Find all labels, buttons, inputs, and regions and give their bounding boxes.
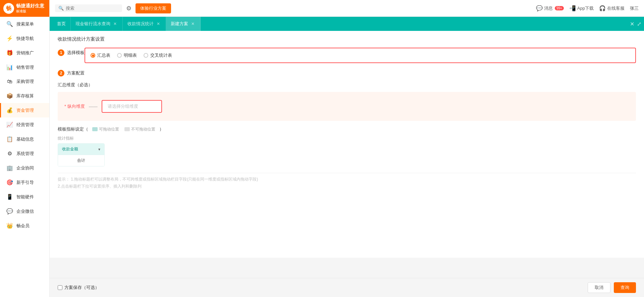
logo-name: 畅捷通好生意	[16, 3, 44, 9]
inventory-icon: 📦	[6, 93, 13, 99]
save-checkbox[interactable]	[58, 285, 62, 290]
tab-new-plan[interactable]: 新建方案 ✕	[166, 17, 201, 31]
wechat-icon: 💬	[6, 208, 13, 214]
sidebar-item-system[interactable]: ⚙ 系统管理	[0, 146, 49, 161]
sidebar-item-search-menu[interactable]: 🔍 搜索菜单	[0, 17, 49, 31]
sidebar-label-enterprise: 企业协同	[16, 165, 34, 171]
legend-draggable-label: 可拖动位置	[99, 127, 119, 132]
dimension-selector[interactable]: 请选择分组维度	[102, 100, 162, 113]
member-icon: 👑	[6, 222, 13, 229]
radio-detail-circle	[117, 53, 122, 58]
dimension-arrow: ——	[89, 104, 98, 109]
guide-icon: 🎯	[6, 179, 13, 186]
section2-title: 方案配置	[67, 70, 85, 76]
page-title: 收款情况统计方案设置	[58, 36, 636, 42]
tab-cashflow-close[interactable]: ✕	[112, 21, 118, 27]
tab-home-label: 首页	[57, 21, 66, 27]
tab-new-plan-close[interactable]: ✕	[190, 21, 196, 27]
legend-non-draggable: 不可拖动位置	[124, 127, 155, 132]
sidebar-item-guide[interactable]: 🎯 新手引导	[0, 175, 49, 190]
sidebar-label-operation: 经营管理	[16, 122, 34, 128]
tabbar: 首页 现金银行流水查询 ✕ 收款情况统计 ✕ 新建方案 ✕ ✕ ⤢	[50, 17, 644, 31]
sidebar-item-quick-nav[interactable]: ⚡ 快捷导航	[0, 31, 49, 46]
save-label: 方案保存（可选）	[64, 285, 99, 291]
app-download-label: App下载	[577, 5, 594, 11]
sidebar-label-sales: 销售管理	[16, 64, 34, 70]
maximize-window-icon[interactable]: ⤢	[637, 21, 641, 27]
enterprise-icon: 🏢	[6, 165, 13, 171]
metric-label: 收款金额	[62, 146, 78, 152]
tab-cashflow[interactable]: 现金银行流水查询 ✕	[71, 17, 123, 31]
cancel-button[interactable]: 取消	[588, 282, 610, 293]
sidebar-item-purchase[interactable]: 🛍 采购管理	[0, 75, 49, 89]
footer-save-area: 方案保存（可选）	[58, 285, 99, 291]
industry-plan-button[interactable]: 体验行业方案	[136, 3, 171, 13]
metrics-title-text: 模板指标设定（	[58, 126, 88, 132]
search-input[interactable]	[66, 6, 113, 11]
sidebar-item-enterprise[interactable]: 🏢 企业协同	[0, 161, 49, 175]
metrics-setting-title: 模板指标设定（ 可拖动位置 不可拖动位置 ）	[58, 126, 636, 132]
sidebar-item-inventory[interactable]: 📦 库存核算	[0, 89, 49, 103]
tab-home[interactable]: 首页	[52, 17, 71, 31]
app-download-action[interactable]: 📲 App下载	[569, 5, 594, 11]
dimension-placeholder: 请选择分组维度	[108, 104, 138, 109]
radio-cross[interactable]: 交叉统计表	[144, 52, 172, 58]
online-service-action[interactable]: 🎧 在线客服	[599, 5, 625, 11]
message-badge: 99+	[555, 6, 564, 10]
sidebar: 畅 畅捷通好生意 标准版 🔍 搜索菜单 ⚡ 快捷导航 🎁 营销推广 📊 销售管理…	[0, 0, 50, 297]
sidebar-label-guide: 新手引导	[16, 180, 34, 186]
settings-icon[interactable]: ⚙	[126, 5, 131, 12]
metrics-title-suffix: ）	[159, 126, 164, 132]
metrics-table-area: 统计指标 收款金额 ▾ 合计	[58, 136, 636, 167]
sidebar-label-member: 畅会员	[16, 223, 30, 229]
query-button[interactable]: 查询	[614, 282, 636, 293]
basic-info-icon: 📋	[6, 136, 13, 142]
operation-icon: 📈	[6, 121, 13, 128]
sidebar-label-basic-info: 基础信息	[16, 136, 34, 142]
footer: 方案保存（可选） 取消 查询	[50, 278, 644, 297]
logo-sub: 标准版	[16, 9, 44, 14]
purchase-icon: 🛍	[6, 79, 13, 85]
metrics-header[interactable]: 收款金额 ▾	[58, 144, 104, 155]
sidebar-item-marketing[interactable]: 🎁 营销推广	[0, 46, 49, 60]
message-action[interactable]: 💬 消息 99+	[536, 5, 564, 11]
tabbar-window-controls: ✕ ⤢	[630, 21, 641, 27]
system-icon: ⚙	[6, 150, 13, 157]
hints-area: 提示： 1.拖动标题栏可以调整布局，不可跨维度或指标区域拖动栏目字段(只能在同一…	[58, 173, 636, 194]
metrics-table: 收款金额 ▾ 合计	[58, 143, 105, 166]
sidebar-item-hardware[interactable]: 📱 智能硬件	[0, 190, 49, 204]
metrics-subsection: 模板指标设定（ 可拖动位置 不可拖动位置 ）	[58, 126, 636, 167]
sidebar-item-capital[interactable]: 💰 资金管理	[0, 103, 49, 117]
tab-collection-close[interactable]: ✕	[156, 21, 161, 27]
radio-detail[interactable]: 明细表	[117, 52, 137, 58]
username-label[interactable]: 张三	[630, 5, 639, 11]
radio-cross-label: 交叉统计表	[150, 52, 172, 58]
section2-header: 2 方案配置	[58, 70, 636, 77]
sidebar-item-basic-info[interactable]: 📋 基础信息	[0, 132, 49, 146]
sidebar-item-member[interactable]: 👑 畅会员	[0, 218, 49, 233]
sidebar-item-operation[interactable]: 📈 经营管理	[0, 117, 49, 132]
sidebar-label-hardware: 智能硬件	[16, 194, 34, 200]
message-label: 消息	[544, 5, 553, 11]
footer-buttons: 取消 查询	[588, 282, 636, 293]
dimension-area: * 纵向维度 —— 请选择分组维度	[58, 92, 636, 121]
topbar-search-icon: 🔍	[58, 6, 64, 11]
tab-collection[interactable]: 收款情况统计 ✕	[123, 17, 166, 31]
close-window-icon[interactable]: ✕	[630, 21, 634, 27]
template-selector: 汇总表 明细表 交叉统计表	[85, 48, 636, 63]
tab-collection-label: 收款情况统计	[127, 21, 154, 27]
radio-summary-label: 汇总表	[97, 52, 110, 58]
topbar-search-box[interactable]: 🔍	[55, 4, 122, 12]
sales-icon: 📊	[6, 64, 13, 70]
sidebar-item-sales[interactable]: 📊 销售管理	[0, 60, 49, 75]
section1-header: 1 选择模板	[58, 49, 85, 56]
template-section-header: 1 选择模板 汇总表 明细表	[58, 48, 636, 63]
sidebar-item-wechat[interactable]: 💬 企业微信	[0, 204, 49, 218]
tab-new-plan-label: 新建方案	[171, 21, 188, 27]
hint-1: 提示： 1.拖动标题栏可以调整布局，不可跨维度或指标区域拖动栏目字段(只能在同一…	[58, 177, 636, 182]
metric-dropdown-icon[interactable]: ▾	[98, 147, 100, 152]
legend-draggable: 可拖动位置	[92, 127, 119, 132]
radio-summary[interactable]: 汇总表	[91, 52, 110, 58]
search-menu-icon: 🔍	[6, 21, 13, 27]
legend-non-draggable-label: 不可拖动位置	[131, 127, 155, 132]
